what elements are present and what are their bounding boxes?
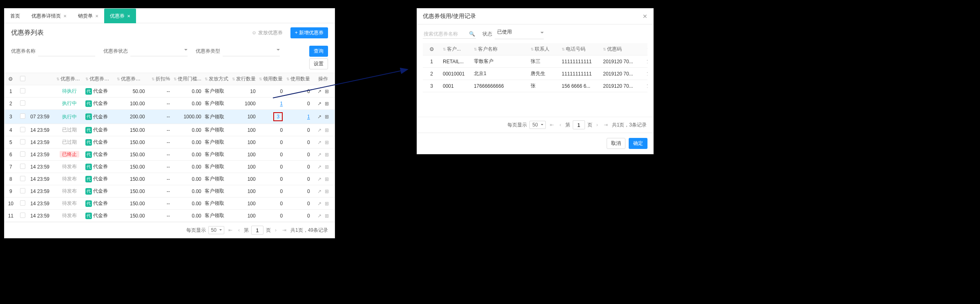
- claim-count-link[interactable]: 1: [280, 101, 283, 107]
- qrcode-icon[interactable]: ⊞: [325, 114, 329, 120]
- mcol-phone[interactable]: ⇅电话号码: [559, 43, 601, 55]
- share-icon[interactable]: ↗: [317, 140, 321, 145]
- first-page-button[interactable]: ⇤: [227, 227, 234, 233]
- issue-coupon-button[interactable]: ☺ 发放优惠券: [247, 27, 287, 38]
- table-row[interactable]: 3 07 23:59 执行中 代代金券 200.00 -- 1000.00 客户…: [4, 110, 335, 124]
- table-row[interactable]: 3 0001 17666666666 张 156 6666 6... 20191…: [423, 80, 647, 92]
- mcol-code[interactable]: ⇅优惠码: [601, 43, 645, 55]
- qrcode-icon[interactable]: ⊞: [325, 201, 329, 206]
- claim-count-link[interactable]: 3: [273, 112, 283, 121]
- use-count-link[interactable]: 1: [307, 114, 310, 120]
- table-row[interactable]: 7 14 23:59 待发布 代代金券 150.00 -- 0.00 客户领取 …: [4, 161, 335, 173]
- col-face[interactable]: ⇅优惠券面值: [115, 73, 147, 85]
- qrcode-icon[interactable]: ⊞: [325, 127, 329, 133]
- share-icon[interactable]: ↗: [317, 127, 321, 133]
- select-all-checkbox[interactable]: [20, 76, 25, 81]
- tab[interactable]: 销货单✕: [72, 9, 104, 23]
- tab[interactable]: 首页: [4, 9, 26, 23]
- modal-prev-page[interactable]: ‹: [558, 122, 563, 128]
- prev-page-button[interactable]: ‹: [237, 227, 241, 233]
- filter-type-select[interactable]: [223, 46, 280, 56]
- close-icon[interactable]: ✕: [63, 14, 67, 18]
- row-checkbox[interactable]: [20, 164, 25, 169]
- next-page-button[interactable]: ›: [273, 227, 278, 233]
- qrcode-icon[interactable]: ⊞: [325, 140, 329, 145]
- cancel-button[interactable]: 取消: [607, 138, 625, 149]
- share-icon[interactable]: ↗: [317, 201, 321, 206]
- qrcode-icon[interactable]: ⊞: [325, 176, 329, 182]
- filter-name-input[interactable]: [38, 46, 95, 56]
- mcol-cust-code[interactable]: ⇅客户...: [440, 43, 471, 55]
- modal-last-page[interactable]: ⇥: [602, 122, 609, 128]
- col-claim[interactable]: ⇅领用数量: [257, 73, 284, 85]
- share-icon[interactable]: ↗: [317, 176, 321, 182]
- qrcode-icon[interactable]: ⊞: [325, 101, 329, 107]
- confirm-button[interactable]: 确定: [629, 138, 647, 149]
- qrcode-icon[interactable]: ⊞: [325, 164, 329, 170]
- per-page-select[interactable]: 50: [208, 226, 224, 234]
- table-row[interactable]: 9 14 23:59 待发布 代代金券 150.00 -- 0.00 客户领取 …: [4, 185, 335, 197]
- page-input[interactable]: [251, 226, 263, 235]
- tab[interactable]: 优惠券✕: [104, 9, 136, 23]
- table-row[interactable]: 10 14 23:59 待发布 代代金券 150.00 -- 0.00 客户领取…: [4, 197, 335, 210]
- gear-icon[interactable]: ⚙: [429, 46, 434, 52]
- add-coupon-button[interactable]: + 新增优惠券: [290, 27, 328, 38]
- row-checkbox[interactable]: [20, 213, 25, 218]
- col-use[interactable]: ⇅使用数量: [284, 73, 311, 85]
- col-issue[interactable]: ⇅发行数量: [230, 73, 257, 85]
- mcol-subject[interactable]: ⇅优惠主题: [645, 43, 647, 55]
- share-icon[interactable]: ↗: [317, 164, 321, 170]
- search-icon[interactable]: 🔍: [469, 31, 475, 37]
- settings-button[interactable]: 设置: [309, 58, 328, 69]
- close-icon[interactable]: ✕: [127, 14, 130, 18]
- table-row[interactable]: 6 14 23:59 已终止 代代金券 150.00 -- 0.00 客户领取 …: [4, 149, 335, 161]
- qrcode-icon[interactable]: ⊞: [325, 213, 329, 219]
- qrcode-icon[interactable]: ⊞: [325, 89, 329, 94]
- row-checkbox[interactable]: [20, 200, 25, 206]
- filter-status-select[interactable]: [130, 46, 188, 56]
- row-checkbox[interactable]: [20, 151, 25, 157]
- qrcode-icon[interactable]: ⊞: [325, 152, 329, 158]
- table-row[interactable]: 11 14 23:59 待发布 代代金券 150.00 -- 0.00 客户领取…: [4, 210, 335, 222]
- row-checkbox[interactable]: [20, 139, 25, 144]
- share-icon[interactable]: ↗: [317, 101, 321, 107]
- modal-search-input[interactable]: [423, 29, 476, 38]
- row-checkbox[interactable]: [20, 188, 25, 193]
- row-checkbox[interactable]: [20, 113, 25, 119]
- modal-page-input[interactable]: [573, 120, 585, 129]
- row-checkbox[interactable]: [20, 100, 25, 106]
- col-threshold[interactable]: ⇅使用门槛...: [172, 73, 203, 85]
- col-method[interactable]: ⇅发放方式: [203, 73, 230, 85]
- row-checkbox[interactable]: [20, 127, 25, 132]
- close-icon[interactable]: ✕: [95, 14, 98, 18]
- table-row[interactable]: 2 执行中 代代金券 100.00 -- 0.00 客户领取 1000 1 0 …: [4, 98, 335, 110]
- modal-per-page-select[interactable]: 50: [529, 121, 545, 129]
- mcol-contact[interactable]: ⇅联系人: [528, 43, 559, 55]
- share-icon[interactable]: ↗: [317, 152, 321, 158]
- close-icon[interactable]: ✕: [643, 13, 647, 20]
- mcol-cust-name[interactable]: ⇅客户名称: [471, 43, 528, 55]
- col-discount[interactable]: ⇅折扣%: [147, 73, 172, 85]
- share-icon[interactable]: ↗: [317, 89, 321, 94]
- table-row[interactable]: 4 14 23:59 已过期 代代金券 150.00 -- 0.00 客户领取 …: [4, 124, 335, 136]
- modal-first-page[interactable]: ⇤: [548, 122, 556, 128]
- modal-status-select[interactable]: 已使用: [495, 29, 544, 39]
- table-row[interactable]: 1 RETAIL... 零散客户 张三 11111111111 2019120 …: [423, 55, 647, 68]
- last-page-button[interactable]: ⇥: [281, 227, 288, 233]
- table-row[interactable]: 2 00010001 北京1 唐先生 11111111111 2019120 7…: [423, 68, 647, 80]
- col-type[interactable]: ⇅优惠券类型: [84, 73, 115, 85]
- share-icon[interactable]: ↗: [317, 189, 321, 194]
- table-row[interactable]: 5 14 23:59 已过期 代代金券 150.00 -- 0.00 客户领取 …: [4, 136, 335, 149]
- row-checkbox[interactable]: [20, 88, 25, 93]
- qrcode-icon[interactable]: ⊞: [325, 189, 329, 194]
- table-scroll[interactable]: ⚙ ⇅优惠券状态 ⇅优惠券类型 ⇅优惠券面值 ⇅折扣% ⇅使用门槛... ⇅发放…: [4, 73, 335, 222]
- row-checkbox[interactable]: [20, 176, 25, 181]
- query-button[interactable]: 查询: [309, 46, 328, 57]
- table-row[interactable]: 8 14 23:59 待发布 代代金券 150.00 -- 0.00 客户领取 …: [4, 173, 335, 185]
- modal-search[interactable]: 🔍: [423, 29, 476, 39]
- modal-next-page[interactable]: ›: [595, 122, 600, 128]
- share-icon[interactable]: ↗: [317, 114, 321, 120]
- col-status[interactable]: ⇅优惠券状态: [55, 73, 84, 85]
- modal-table-scroll[interactable]: ⚙ ⇅客户... ⇅客户名称 ⇅联系人 ⇅电话号码 ⇅优惠码 ⇅优惠主题 ⇅优惠…: [423, 43, 647, 92]
- gear-icon[interactable]: ⚙: [8, 76, 13, 82]
